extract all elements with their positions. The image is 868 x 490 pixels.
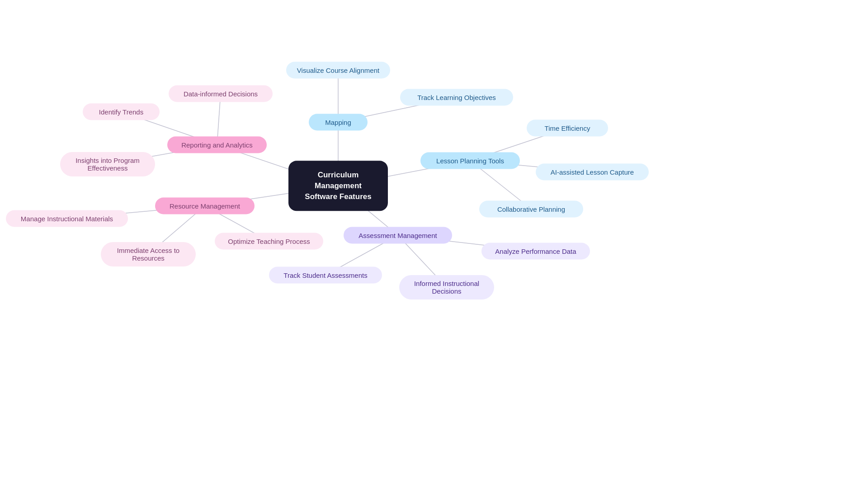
node-immediate-access: Immediate Access to Resources xyxy=(101,242,196,266)
node-track-learning: Track Learning Objectives xyxy=(400,89,513,106)
mind-map: Curriculum Management Software FeaturesM… xyxy=(0,0,868,490)
node-visualize-course: Visualize Course Alignment xyxy=(286,62,390,79)
node-optimize-teaching: Optimize Teaching Process xyxy=(215,233,323,250)
node-insights: Insights into Program Effectiveness xyxy=(60,152,155,176)
node-identify-trends: Identify Trends xyxy=(83,104,160,120)
node-time-efficiency: Time Efficiency xyxy=(527,120,608,137)
node-track-student: Track Student Assessments xyxy=(269,267,382,284)
node-informed: Informed Instructional Decisions xyxy=(399,275,494,300)
node-manage-materials: Manage Instructional Materials xyxy=(6,210,128,227)
node-lesson-planning: Lesson Planning Tools xyxy=(420,152,520,169)
node-data-informed: Data-informed Decisions xyxy=(169,86,273,102)
node-reporting: Reporting and Analytics xyxy=(167,137,267,153)
node-resource-mgmt: Resource Management xyxy=(155,198,255,214)
node-analyze-perf: Analyze Performance Data xyxy=(481,243,590,260)
node-ai-lesson: AI-assisted Lesson Capture xyxy=(536,164,649,181)
node-collaborative: Collaborative Planning xyxy=(479,201,583,218)
center-node: Curriculum Management Software Features xyxy=(288,161,388,211)
node-assessment-mgmt: Assessment Management xyxy=(344,227,452,244)
node-mapping: Mapping xyxy=(309,114,368,131)
